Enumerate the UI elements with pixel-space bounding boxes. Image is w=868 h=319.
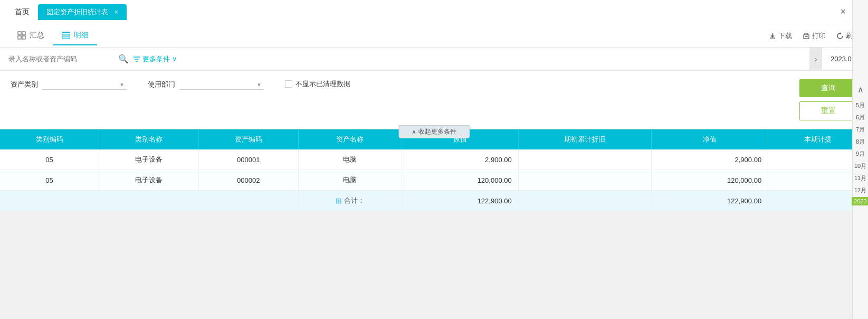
detail-icon — [61, 31, 71, 40]
more-conditions-label: 更多条件 — [142, 54, 170, 64]
col-net-value: 净值 — [652, 129, 768, 149]
total-icon: ⊞ — [336, 196, 342, 205]
search-icon[interactable]: 🔍 — [118, 54, 129, 64]
svg-rect-3 — [22, 36, 25, 39]
sidebar-month-6[interactable]: 6月 — [855, 112, 866, 123]
svg-rect-6 — [62, 37, 70, 39]
collapse-up-icon: ∧ — [412, 128, 416, 136]
search-bar: 🔍 更多条件 ∨ › 2023.01 — [0, 48, 868, 71]
total-net-value: 122,900.00 — [652, 191, 768, 211]
cell-net-value: 120,000.00 — [652, 170, 768, 191]
department-label: 使用部门 — [148, 80, 175, 89]
asset-category-label: 资产类别 — [11, 80, 38, 89]
table-total-row: ⊞ 合计： 122,900.00 122,900.00 — [0, 191, 868, 211]
svg-rect-8 — [805, 36, 808, 37]
asset-category-input[interactable] — [42, 79, 127, 90]
sidebar-month-8[interactable]: 8月 — [855, 136, 866, 147]
right-sidebar: ∧ 5月 6月 7月 8月 9月 10月 11月 12月 2023 — [852, 24, 868, 319]
filter-area: 资产类别 使用部门 不显示已清理数据 查询 重置 ∧ 收起 — [0, 71, 868, 129]
svg-rect-0 — [18, 32, 21, 35]
tab-summary[interactable]: 汇总 — [8, 26, 53, 45]
hide-cleared-checkbox[interactable] — [285, 80, 292, 88]
cell-net-value: 2,900.00 — [652, 149, 768, 170]
tab-detail-label: 明细 — [74, 31, 89, 40]
expand-sidebar-button[interactable]: › — [809, 48, 822, 71]
cell-asset-code: 000001 — [198, 149, 298, 170]
table-row: 05 电子设备 000002 电脑 120,000.00 120,000.00 — [0, 170, 868, 191]
col-asset-name: 资产名称 — [298, 129, 402, 149]
svg-rect-4 — [62, 32, 70, 33]
summary-icon — [17, 31, 26, 40]
filter-buttons: 查询 重置 — [799, 79, 857, 120]
tab-close-icon[interactable]: × — [115, 8, 118, 16]
total-text: 合计： — [344, 196, 365, 205]
tab-label: 固定资产折旧统计表 — [46, 7, 108, 17]
toolbar-actions: 下载 打印 刷新 — [769, 31, 860, 41]
cell-asset-code: 000002 — [198, 170, 298, 191]
download-label: 下载 — [778, 31, 792, 41]
col-accumulated-dep: 期初累计折旧 — [518, 129, 652, 149]
search-input[interactable] — [8, 55, 114, 63]
print-label: 打印 — [812, 31, 826, 41]
data-table: 类别编码 类别名称 资产编码 资产名称 原值 期初累计折旧 净值 本期计提 05… — [0, 129, 868, 211]
tab-summary-label: 汇总 — [30, 31, 44, 40]
sidebar-month-10[interactable]: 10月 — [853, 161, 867, 172]
hide-cleared-label: 不显示已清理数据 — [295, 79, 350, 89]
cell-cat-name: 电子设备 — [99, 149, 199, 170]
svg-rect-5 — [62, 34, 70, 36]
reset-button[interactable]: 重置 — [799, 101, 857, 120]
cell-cat-name: 电子设备 — [99, 170, 199, 191]
department-input[interactable] — [179, 79, 264, 90]
table-row: 05 电子设备 000001 电脑 2,900.00 2,900.00 — [0, 149, 868, 170]
more-conditions-button[interactable]: 更多条件 ∨ — [133, 54, 177, 64]
asset-category-filter: 资产类别 — [11, 79, 127, 90]
toolbar: 汇总 明细 下载 打印 刷新 — [0, 24, 868, 48]
sidebar-month-7[interactable]: 7月 — [855, 124, 866, 135]
sidebar-month-9[interactable]: 9月 — [855, 148, 866, 160]
hide-cleared-filter: 不显示已清理数据 — [285, 79, 350, 89]
print-button[interactable]: 打印 — [803, 31, 826, 41]
cell-cat-code: 05 — [0, 170, 99, 191]
collapse-label: 收起更多条件 — [418, 127, 456, 136]
sidebar-month-11[interactable]: 11月 — [853, 173, 867, 184]
sidebar-month-5[interactable]: 5月 — [855, 100, 866, 111]
tab-detail[interactable]: 明细 — [53, 26, 97, 45]
home-tab[interactable]: 首页 — [6, 7, 38, 17]
cell-accumulated-dep — [518, 149, 652, 170]
cell-cat-code: 05 — [0, 149, 99, 170]
total-accumulated-dep — [518, 191, 652, 211]
active-tab[interactable]: 固定资产折旧统计表 × — [38, 4, 127, 20]
query-button[interactable]: 查询 — [799, 79, 857, 97]
cell-asset-name: 电脑 — [298, 170, 402, 191]
collapse-button[interactable]: ∧ 收起更多条件 — [398, 125, 470, 138]
svg-rect-1 — [22, 32, 25, 35]
col-cat-code: 类别编码 — [0, 129, 99, 149]
total-label-cell — [0, 191, 298, 211]
download-button[interactable]: 下载 — [769, 31, 792, 41]
col-asset-code: 资产编码 — [198, 129, 298, 149]
department-filter: 使用部门 — [148, 79, 264, 90]
cell-original-value: 120,000.00 — [402, 170, 518, 191]
col-cat-name: 类别名称 — [99, 129, 199, 149]
total-label: ⊞ 合计： — [298, 191, 402, 211]
cell-original-value: 2,900.00 — [402, 149, 518, 170]
sidebar-year-current[interactable]: 2023 — [852, 197, 868, 205]
cell-accumulated-dep — [518, 170, 652, 191]
data-table-wrapper: 类别编码 类别名称 资产编码 资产名称 原值 期初累计折旧 净值 本期计提 05… — [0, 129, 868, 319]
total-original-value: 122,900.00 — [402, 191, 518, 211]
sidebar-nav-up[interactable]: ∧ — [857, 85, 864, 95]
svg-rect-2 — [18, 36, 21, 39]
chevron-down-icon: ∨ — [172, 55, 177, 63]
cell-asset-name: 电脑 — [298, 149, 402, 170]
sidebar-month-12[interactable]: 12月 — [853, 185, 867, 196]
